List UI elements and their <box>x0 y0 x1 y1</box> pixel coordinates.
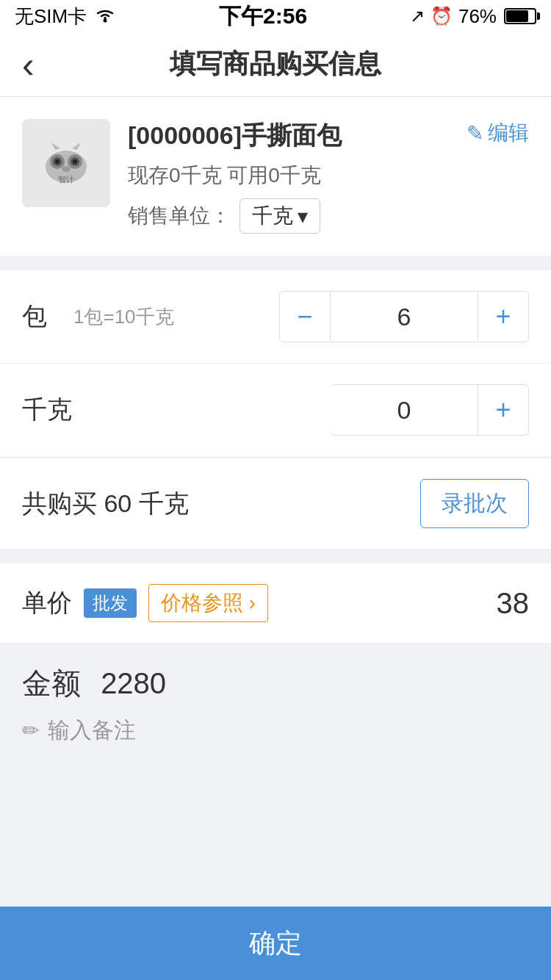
product-image: 智计 <box>22 119 110 207</box>
wifi-icon <box>94 5 116 28</box>
status-left: 无SIM卡 <box>15 4 116 29</box>
svg-point-7 <box>73 159 77 164</box>
amount-value: 2280 <box>101 667 166 699</box>
edit-button[interactable]: ✎ 编辑 <box>467 119 529 147</box>
product-unit: 销售单位： 千克 ▾ <box>128 198 529 234</box>
remark-placeholder: 输入备注 <box>48 716 136 746</box>
unit-label: 销售单位： <box>128 202 231 230</box>
pencil-icon: ✏ <box>22 718 39 743</box>
svg-point-0 <box>104 18 107 22</box>
kg-label: 千克 <box>22 393 72 427</box>
confirm-text: 确定 <box>249 926 302 962</box>
price-value: 38 <box>497 587 530 620</box>
quantity-section: 包 1包=10千克 − + 千克 + <box>0 270 551 457</box>
svg-marker-9 <box>51 143 60 150</box>
bag-quantity-controls: − + <box>279 291 529 342</box>
edit-icon: ✎ <box>467 121 483 145</box>
kg-quantity-input[interactable] <box>331 384 478 436</box>
price-section: 单价 批发 价格参照 › 38 <box>0 563 551 643</box>
status-bar: 无SIM卡 下午2:56 ↗ ⏰ 76% <box>0 0 551 32</box>
kg-plus-button[interactable]: + <box>478 384 529 436</box>
amount-section: 金额 2280 ✏ 输入备注 <box>0 643 551 760</box>
bag-minus-button[interactable]: − <box>279 291 331 342</box>
alarm-icon: ⏰ <box>431 6 453 26</box>
back-button[interactable]: ‹ <box>22 43 35 86</box>
location-icon: ↗ <box>410 6 425 26</box>
bag-plus-button[interactable]: + <box>478 291 529 342</box>
unit-select[interactable]: 千克 ▾ <box>240 198 320 234</box>
svg-marker-10 <box>72 143 81 150</box>
chevron-down-icon: ▾ <box>298 204 308 228</box>
battery-icon <box>504 8 536 24</box>
kg-quantity-row: 千克 + <box>0 364 551 457</box>
confirm-bar[interactable]: 确定 <box>0 907 551 980</box>
total-text: 共购买 60 千克 <box>22 487 189 521</box>
price-tag: 批发 <box>84 588 137 618</box>
price-row: 单价 批发 价格参照 › 38 <box>22 584 529 622</box>
amount-label: 金额 <box>22 667 81 699</box>
battery-text: 76% <box>458 5 497 28</box>
status-time: 下午2:56 <box>219 1 307 32</box>
bag-hint: 1包=10千克 <box>73 304 279 330</box>
svg-point-6 <box>55 159 60 164</box>
status-right: ↗ ⏰ 76% <box>410 5 536 28</box>
carrier-text: 无SIM卡 <box>15 4 87 29</box>
bag-label: 包 <box>22 300 66 334</box>
product-stock: 现存0千克 可用0千克 <box>128 162 529 190</box>
product-card: 智计 [0000006]手撕面包 现存0千克 可用0千克 销售单位： 千克 ▾ … <box>0 97 551 256</box>
batch-button[interactable]: 录批次 <box>420 479 529 528</box>
divider-2 <box>0 556 551 563</box>
amount-row: 金额 2280 <box>22 663 529 704</box>
total-section: 共购买 60 千克 录批次 <box>0 458 551 549</box>
svg-point-8 <box>62 166 71 172</box>
page-title: 填写商品购买信息 <box>170 46 381 82</box>
bag-quantity-input[interactable] <box>331 291 478 342</box>
remark-row[interactable]: ✏ 输入备注 <box>22 716 529 746</box>
bag-quantity-row: 包 1包=10千克 − + <box>0 270 551 364</box>
divider-1 <box>0 263 551 270</box>
nav-bar: ‹ 填写商品购买信息 <box>0 32 551 97</box>
price-reference-button[interactable]: 价格参照 › <box>148 584 268 622</box>
kg-quantity-controls: + <box>331 384 529 436</box>
svg-text:智计: 智计 <box>58 175 74 184</box>
price-label: 单价 <box>22 586 72 620</box>
